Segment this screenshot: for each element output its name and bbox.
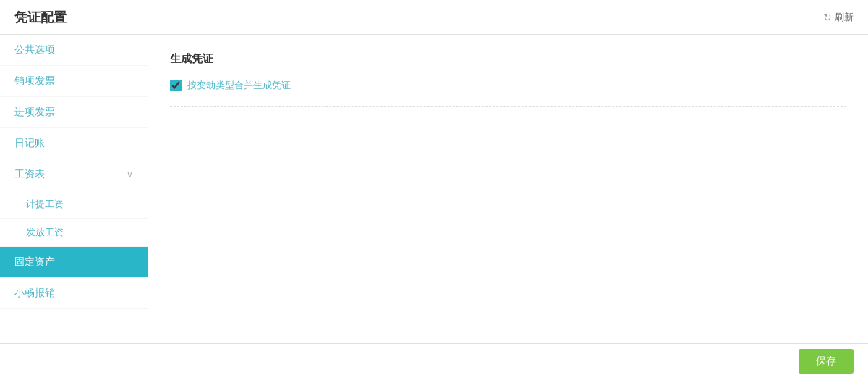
refresh-label: 刷新 [835,11,854,24]
sidebar-item-label: 工资表 [14,168,45,181]
sidebar-item-purchase-invoice[interactable]: 进项发票 [0,97,148,128]
section-divider [170,106,846,107]
sidebar-item-label: 固定资产 [14,256,55,269]
save-button[interactable]: 保存 [799,349,854,374]
main-layout: 公共选项 销项发票 进项发票 日记账 工资表 ∨ 计提工资 发放工资 固定资产 … [0,35,868,343]
refresh-button[interactable]: ↻ 刷新 [823,11,854,24]
page-header: 凭证配置 ↻ 刷新 [0,0,868,35]
page-footer: 保存 [0,343,868,378]
section-title: 生成凭证 [170,52,846,66]
sidebar-item-payroll[interactable]: 工资表 ∨ [0,159,148,190]
checkbox-row: 按变动类型合并生成凭证 [170,79,846,92]
content-area: 生成凭证 按变动类型合并生成凭证 [148,35,868,343]
sidebar-item-fixed-assets[interactable]: 固定资产 [0,247,148,278]
sidebar-item-label: 销项发票 [14,75,55,88]
sidebar-item-journal[interactable]: 日记账 [0,128,148,159]
sidebar-sub-item-label: 计提工资 [26,198,64,209]
sidebar-item-public-options[interactable]: 公共选项 [0,35,148,66]
sidebar: 公共选项 销项发票 进项发票 日记账 工资表 ∨ 计提工资 发放工资 固定资产 … [0,35,148,343]
sidebar-sub-item-label: 发放工资 [26,227,64,238]
sidebar-item-payroll-accrual[interactable]: 计提工资 [0,190,148,219]
page-title: 凭证配置 [14,9,67,26]
sidebar-item-payroll-distribution[interactable]: 发放工资 [0,219,148,247]
merge-by-type-checkbox[interactable] [170,80,182,91]
sidebar-item-label: 小畅报销 [14,287,55,300]
sidebar-item-label: 进项发票 [14,106,55,119]
sidebar-item-label: 公共选项 [14,43,55,56]
sidebar-item-label: 日记账 [14,137,45,150]
refresh-icon: ↻ [823,12,832,23]
merge-by-type-label[interactable]: 按变动类型合并生成凭证 [187,79,291,92]
sidebar-item-sales-invoice[interactable]: 销项发票 [0,66,148,97]
sidebar-item-expense-reimbursement[interactable]: 小畅报销 [0,278,148,309]
chevron-down-icon: ∨ [127,169,133,180]
